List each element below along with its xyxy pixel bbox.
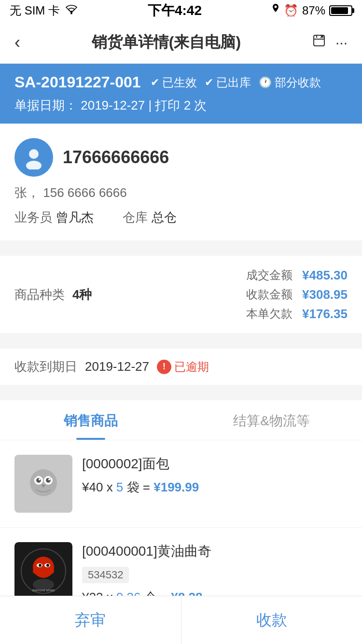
warehouse-value: 总仓: [152, 209, 177, 226]
svg-point-0: [70, 13, 72, 14]
tabs-header: 销售商品 结算&物流等: [0, 400, 362, 440]
svg-point-15: [39, 564, 42, 567]
overdue-badge: ! 已逾期: [157, 359, 209, 375]
divider-2: [0, 341, 362, 349]
share-button[interactable]: [312, 34, 326, 51]
customer-section: 17666666666 张， 156 6666 6666 业务员 曾凡杰 仓库 …: [0, 124, 362, 240]
divider-1: [0, 248, 362, 256]
collect-payment-button[interactable]: 收款: [181, 596, 362, 644]
sales-person: 业务员 曾凡杰: [14, 209, 94, 226]
warehouse: 仓库 总仓: [123, 209, 177, 226]
svg-rect-17: [33, 568, 54, 574]
order-date: 2019-12-27: [81, 98, 145, 112]
abandon-review-button[interactable]: 弃审: [0, 596, 181, 644]
customer-meta: 业务员 曾凡杰 仓库 总仓: [14, 209, 348, 226]
order-header: SA-20191227-001 ✔ 已生效 ✔ 已出库 🕐 部分收款 单据日期：…: [0, 64, 362, 124]
svg-point-7: [36, 478, 41, 483]
product-price-1: ¥40 x 5 袋 = ¥199.99: [82, 479, 348, 496]
product-name-1: [0000002]面包: [82, 455, 348, 473]
back-button[interactable]: ‹: [14, 32, 20, 53]
deal-amount-row: 成交金额 ¥485.30: [246, 267, 348, 283]
overdue-text: 已逾期: [174, 359, 209, 375]
banner-top-row: SA-20191227-001 ✔ 已生效 ✔ 已出库 🕐 部分收款: [14, 73, 348, 91]
customer-name: 17666666666: [63, 147, 169, 168]
status-dispatched: ✔ 已出库: [205, 75, 251, 90]
types-label: 商品种类: [14, 286, 65, 303]
product-sku-2: 534532: [82, 567, 129, 583]
debt-row: 本单欠款 ¥176.35: [246, 306, 348, 322]
tab-settlement-logistics[interactable]: 结算&物流等: [181, 400, 362, 440]
customer-sub-info: 张， 156 6666 6666: [14, 184, 348, 201]
status-effected: ✔ 已生效: [151, 75, 197, 90]
warehouse-label: 仓库: [123, 209, 148, 226]
deal-amount-value: ¥485.30: [302, 268, 348, 283]
products-list: [0000002]面包 ¥40 x 5 袋 = ¥199.99: [0, 440, 362, 621]
tabs-section: 销售商品 结算&物流等: [0, 400, 362, 621]
svg-point-12: [33, 557, 54, 578]
status-left: 无 SIM 卡: [10, 3, 78, 18]
location-icon: [271, 4, 280, 17]
customer-avatar: [14, 138, 53, 177]
carrier-text: 无 SIM 卡: [10, 3, 60, 18]
battery-text: 87%: [302, 4, 325, 17]
check-icon-1: ✔: [151, 76, 159, 89]
sales-label: 业务员: [14, 209, 52, 226]
nav-bar: ‹ 销货单详情(来自电脑) ···: [0, 21, 362, 64]
battery-icon: [329, 5, 352, 16]
overdue-icon: !: [157, 360, 171, 374]
types-value: 4种: [72, 286, 92, 303]
financial-stats: 成交金额 ¥485.30 收款金额 ¥308.95 本单欠款 ¥176.35: [246, 267, 348, 322]
due-label: 收款到期日: [14, 358, 77, 375]
customer-top: 17666666666: [14, 138, 348, 177]
svg-point-3: [26, 161, 42, 169]
order-id: SA-20191227-001: [14, 73, 141, 91]
product-total-1: ¥199.99: [153, 480, 199, 494]
status-bar: 无 SIM 卡 下午4:42 ⏰ 87%: [0, 0, 362, 21]
svg-point-9: [39, 478, 41, 480]
received-label: 收款金额: [246, 287, 292, 302]
product-name-2: [000400001]黄油曲奇: [82, 542, 348, 560]
svg-point-2: [29, 149, 39, 159]
svg-point-16: [46, 564, 49, 567]
status-time: 下午4:42: [148, 1, 202, 20]
product-thumb-1: [14, 455, 72, 513]
tab-sales-products[interactable]: 销售商品: [0, 400, 181, 440]
product-qty-1: 5: [116, 480, 123, 494]
status-right: ⏰ 87%: [271, 4, 352, 17]
page-title: 销货单详情(来自电脑): [92, 32, 241, 53]
deal-amount-label: 成交金额: [246, 267, 292, 283]
debt-label: 本单欠款: [246, 306, 292, 322]
order-status-tags: ✔ 已生效 ✔ 已出库 🕐 部分收款: [151, 75, 321, 90]
svg-point-10: [48, 478, 50, 480]
bottom-bar: 弃审 收款: [0, 596, 362, 644]
order-date-row: 单据日期： 2019-12-27 | 打印 2 次: [14, 97, 348, 114]
stats-section: 商品种类 4种 成交金额 ¥485.30 收款金额 ¥308.95 本单欠款 ¥…: [0, 256, 362, 333]
product-types-stat: 商品种类 4种: [14, 267, 92, 322]
product-info-1: [0000002]面包 ¥40 x 5 袋 = ¥199.99: [82, 455, 348, 496]
received-value: ¥308.95: [302, 287, 348, 302]
debt-value: ¥176.35: [302, 307, 348, 322]
check-icon-2: ✔: [205, 76, 213, 89]
product-thumb-2: diamond whale: [14, 542, 72, 600]
more-button[interactable]: ···: [335, 34, 348, 51]
divider-3: [0, 392, 362, 400]
sales-value: 曾凡杰: [56, 209, 94, 226]
status-partial-payment: 🕐 部分收款: [259, 75, 321, 90]
wifi-icon: [65, 4, 78, 17]
clock-icon: 🕐: [259, 76, 272, 89]
product-item-1: [0000002]面包 ¥40 x 5 袋 = ¥199.99: [0, 440, 362, 528]
due-date-value: 2019-12-27: [85, 359, 149, 374]
svg-point-8: [46, 478, 51, 483]
nav-actions: ···: [312, 34, 348, 51]
received-amount-row: 收款金额 ¥308.95: [246, 287, 348, 302]
svg-text:diamond whale: diamond whale: [32, 588, 55, 592]
alarm-icon: ⏰: [284, 4, 298, 17]
due-date-section: 收款到期日 2019-12-27 ! 已逾期: [0, 349, 362, 385]
